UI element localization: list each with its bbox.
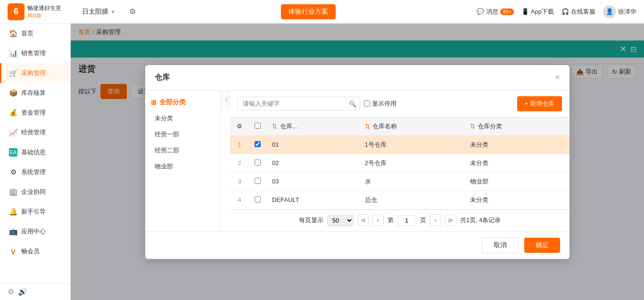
sidebar-item-app-center[interactable]: 📺 应用中心 [0,222,70,242]
modal-pagination: 每页显示 102050100 ⊲ ‹ 第 页 › ⊳ 共1页, 4条记录 [230,209,570,231]
row-checkbox[interactable] [255,159,261,166]
volume-icon[interactable]: 🔊 [18,287,27,296]
phone-icon: 📱 [521,8,529,15]
add-warehouse-btn[interactable]: + 新增仓库 [517,96,562,111]
vip-icon: V [9,248,17,256]
table-row[interactable]: 1 01 1号仓库 未分类 [230,135,570,154]
settings-bottom-icon[interactable]: ⚙ [8,287,14,296]
logo-icon: 6 [8,3,25,20]
next-page-btn[interactable]: › [430,215,441,226]
sidebar-item-vip[interactable]: V 畅会员 [0,242,70,261]
sidebar-item-enterprise[interactable]: 🏢 企业协同 [0,182,70,202]
table-row[interactable]: 3 03 水 物业部 [230,172,570,191]
prev-page-btn[interactable]: ‹ [372,215,384,226]
first-page-btn[interactable]: ⊲ [357,215,369,226]
all-categories-label: 全部分类 [159,98,186,107]
row-checkbox[interactable] [255,196,261,202]
search-wrap: 🔍 [238,97,360,110]
sidebar-collapse-btn[interactable]: 《 [221,91,230,109]
row-checkbox-cell[interactable] [249,135,266,154]
notification-label: 消息 [486,8,498,16]
sidebar-item-guide[interactable]: 🔔 新手引导 [0,202,70,222]
page-size-label: 每页显示 [299,216,323,225]
row-category: 未分类 [464,154,570,172]
inventory-icon: 📦 [9,89,17,97]
username-label: 徐泽华 [618,8,636,16]
sidebar-item-inventory[interactable]: 📦 库存核算 [0,83,70,103]
sidebar-item-basic-info[interactable]: EA 基础信息 [0,142,70,162]
warehouse-modal: 仓库 × ⊞ 全部分类 未分类 经营一 [145,65,570,259]
show-disabled-wrap[interactable]: 显示停用 [364,100,396,108]
sidebar-label-app-center: 应用中心 [21,227,46,236]
logo-text: 畅捷通好生意 精品版 [27,4,61,19]
modal-body: ⊞ 全部分类 未分类 经营一部 经营二部 物业部 [145,91,570,231]
row-checkbox[interactable] [255,178,261,184]
notification-item[interactable]: 💬 消息 99+ [477,8,514,16]
col-code-label: 仓库... [280,123,297,130]
row-num: 4 [230,191,249,209]
category-item-2[interactable]: 经营二部 [145,142,220,158]
modal-close-btn[interactable]: × [555,73,560,82]
logo-char: 6 [14,7,18,17]
main-layout: 🏠 首页 📊 销售管理 🛒 采购管理 📦 库存核算 💰 资金管理 📈 经营管理 … [0,24,644,300]
store-name: 日太阳膜 [82,8,108,16]
sort-icon-category: ⇅ [470,123,475,130]
sidebar-item-finance[interactable]: 💰 资金管理 [0,103,70,123]
col-checkbox [249,117,266,136]
all-categories-item[interactable]: ⊞ 全部分类 [145,94,220,110]
search-input[interactable] [238,97,360,110]
row-checkbox-cell[interactable] [249,154,266,172]
select-all-checkbox[interactable] [255,123,261,129]
page-input[interactable] [397,215,416,226]
app-download-item[interactable]: 📱 App下载 [521,8,554,16]
sidebar-item-system[interactable]: ⚙ 系统管理 [0,162,70,182]
user-profile[interactable]: 👤 徐泽华 [603,5,636,18]
page-size-select[interactable]: 102050100 [327,215,354,226]
show-disabled-checkbox[interactable] [364,100,370,107]
logo-text-line2: 精品版 [27,12,61,19]
category-item-3[interactable]: 物业部 [145,158,220,175]
row-checkbox-cell[interactable] [249,172,266,191]
cancel-btn[interactable]: 取消 [482,237,519,253]
sidebar-item-sales[interactable]: 📊 销售管理 [0,43,70,63]
store-selector[interactable]: 日太阳膜 ▼ [78,6,119,18]
sidebar-item-operations[interactable]: 📈 经营管理 [0,123,70,142]
avatar: 👤 [603,5,616,18]
trial-btn[interactable]: 体验行业方案 [281,4,336,19]
row-checkbox[interactable] [255,141,261,147]
row-code: 02 [266,154,359,172]
last-page-btn[interactable]: ⊳ [445,215,456,226]
sidebar-item-purchase[interactable]: 🛒 采购管理 [0,63,70,83]
row-checkbox-cell[interactable] [249,191,266,209]
category-item-0[interactable]: 未分类 [145,110,220,126]
sidebar-label-enterprise: 企业协同 [21,188,46,196]
modal-header: 仓库 × [145,65,570,91]
confirm-btn[interactable]: 确定 [524,238,560,253]
sidebar-label-sales: 销售管理 [21,49,46,58]
sidebar-item-home[interactable]: 🏠 首页 [0,24,70,43]
sort-icon-code: ⇅ [272,123,277,130]
settings-gear-btn[interactable]: ⚙ [125,4,140,19]
col-name-label: 仓库名称 [372,123,397,130]
header-center: 体验行业方案 [140,4,477,19]
table-row[interactable]: 4 DEFAULT 总仓 未分类 [230,191,570,209]
purchase-icon: 🛒 [9,69,17,77]
notification-badge: 99+ [500,8,514,15]
search-icon[interactable]: 🔍 [349,100,356,107]
enterprise-icon: 🏢 [9,188,17,196]
table-row[interactable]: 2 02 2号仓库 未分类 [230,154,570,172]
row-name: 总仓 [359,191,464,209]
modal-overlay: 仓库 × ⊞ 全部分类 未分类 经营一 [71,24,644,300]
row-code: 01 [266,135,359,154]
total-info: 共1页, 4条记录 [460,216,501,225]
row-code: 03 [266,172,359,191]
header-right: 💬 消息 99+ 📱 App下载 🎧 在线客服 👤 徐泽华 [477,5,636,18]
sidebar-label-system: 系统管理 [21,168,46,176]
row-name: 2号仓库 [359,154,464,172]
online-service-item[interactable]: 🎧 在线客服 [561,8,595,16]
logo-text-line1: 畅捷通好生意 [27,4,61,12]
app-download-label: App下载 [531,8,554,16]
modal-toolbar: 🔍 显示停用 + 新增仓库 [230,91,570,117]
content-area: 首页 / 采购管理 ✕ ⊟ 进货 🖨 打印 ▼ 📤 [71,24,644,300]
category-item-1[interactable]: 经营一部 [145,126,220,142]
